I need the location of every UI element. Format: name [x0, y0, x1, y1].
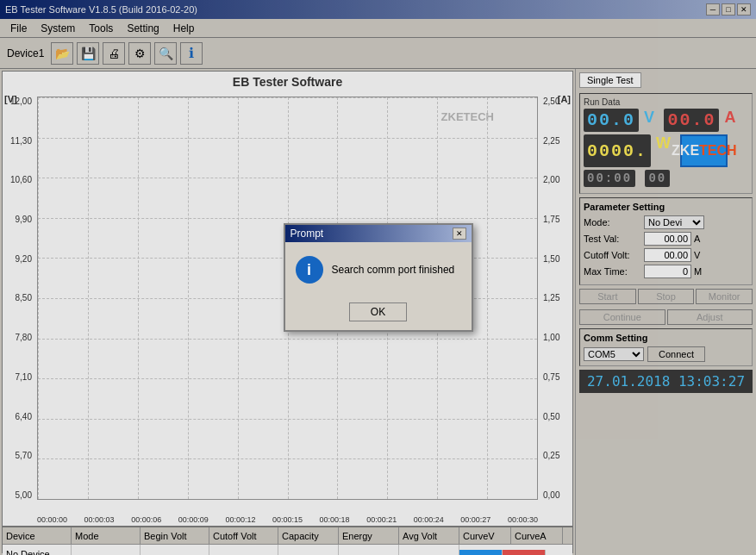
dialog-footer: OK — [285, 297, 472, 330]
dialog-ok-button[interactable]: OK — [349, 302, 407, 321]
dialog-title-bar: Prompt ✕ — [285, 225, 472, 242]
dialog-title-text: Prompt — [291, 228, 324, 240]
dialog-body: i Search comm port finished — [285, 242, 472, 297]
prompt-dialog: Prompt ✕ i Search comm port finished OK — [284, 223, 473, 332]
dialog-overlay: Prompt ✕ i Search comm port finished OK — [0, 0, 756, 555]
dialog-info-icon: i — [296, 256, 323, 284]
dialog-close-button[interactable]: ✕ — [453, 228, 466, 240]
dialog-message: Search comm port finished — [332, 264, 455, 276]
